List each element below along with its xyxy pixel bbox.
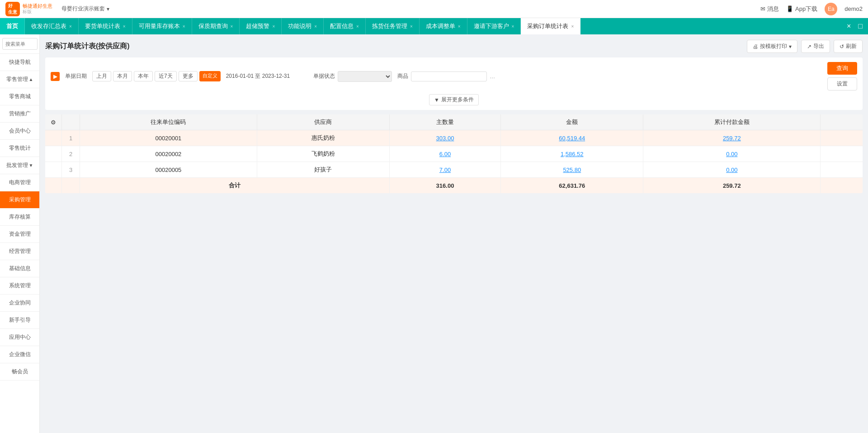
status-select[interactable]: [338, 71, 392, 82]
sidebar-item-system[interactable]: 系统管理: [0, 277, 39, 295]
refresh-icon: ↺: [840, 43, 844, 50]
goods-filter: 商品 …: [397, 71, 495, 81]
row-supplier-1: 惠氏奶粉: [257, 130, 389, 146]
dropdown-arrow-icon: ▾: [789, 43, 792, 50]
top-bar-right: ✉ 消息 📱 App下载 Ea demo2: [760, 3, 863, 15]
tab-requisition[interactable]: 要货单统计表 ×: [79, 18, 132, 34]
sidebar-item-quicknav[interactable]: 快捷导航: [0, 54, 39, 71]
tab-config[interactable]: 配置信息 ×: [324, 18, 366, 34]
settings-icon[interactable]: ⚙: [51, 119, 56, 126]
filter-toggle-btn[interactable]: ▶: [51, 72, 60, 81]
tab-picking[interactable]: 拣货任务管理 ×: [366, 18, 420, 34]
col-extra: [821, 114, 863, 130]
row-quantity-2[interactable]: 6.00: [389, 146, 500, 162]
date-btn-7days[interactable]: 近7天: [155, 71, 177, 81]
close-tab-receive[interactable]: ×: [69, 24, 72, 29]
sidebar-item-basic[interactable]: 基础信息: [0, 260, 39, 277]
tab-expiry[interactable]: 保质期查询 ×: [192, 18, 240, 34]
store-selector[interactable]: 母婴行业演示账套 ▾: [61, 5, 109, 13]
template-print-btn[interactable]: 🖨 按模板打印 ▾: [747, 40, 797, 53]
close-tab-requisition[interactable]: ×: [123, 24, 126, 29]
tab-receive[interactable]: 收发存汇总表 ×: [25, 18, 79, 34]
setting-btn[interactable]: 设置: [827, 77, 857, 90]
refresh-btn[interactable]: ↺ 刷新: [834, 40, 863, 53]
sidebar-item-operation[interactable]: 经营管理: [0, 243, 39, 260]
row-setting-cell: [45, 162, 62, 178]
footer-row: 合计 316.00 62,631.76 259.72: [45, 178, 863, 194]
date-btn-this-year[interactable]: 本年: [134, 71, 153, 81]
search-area: [0, 34, 39, 54]
sidebar-item-enterprise[interactable]: 企业协同: [0, 295, 39, 312]
tab-purchase-stat[interactable]: 采购订单统计表 ×: [521, 18, 580, 34]
app-download-btn[interactable]: 📱 App下载: [786, 5, 817, 13]
close-tab-picking[interactable]: ×: [410, 24, 413, 29]
sidebar-item-inventory[interactable]: 库存核算: [0, 209, 39, 226]
sidebar-item-retail-stat[interactable]: 零售统计: [0, 140, 39, 157]
sidebar-item-member[interactable]: 会员中心: [0, 123, 39, 140]
filter-row: ▶ 单据日期 上月 本月 本年 近7天 更多 自定义 2016-01-01 至 …: [51, 62, 857, 90]
sidebar-item-ecommerce[interactable]: 电商管理: [0, 174, 39, 191]
col-supplier: 供应商: [257, 114, 389, 130]
close-tab-function[interactable]: ×: [314, 24, 317, 29]
query-btn[interactable]: 查询: [827, 62, 857, 75]
row-amount-1[interactable]: 60,519.44: [501, 130, 643, 146]
maximize-btn[interactable]: □: [856, 22, 864, 30]
row-amount-2[interactable]: 1,586.52: [501, 146, 643, 162]
date-btn-this-month[interactable]: 本月: [113, 71, 132, 81]
search-input[interactable]: [2, 38, 38, 50]
status-label: 单据状态: [313, 72, 335, 80]
page-title: 采购订单统计表(按供应商): [45, 42, 130, 51]
sidebar-item-marketing[interactable]: 营销推广: [0, 105, 39, 123]
sidebar-item-retail-mall[interactable]: 零售商城: [0, 88, 39, 105]
sidebar-item-vip[interactable]: 畅会员: [0, 363, 39, 381]
close-tab-inventory[interactable]: ×: [183, 24, 185, 29]
col-setting[interactable]: ⚙: [45, 114, 62, 130]
sidebar-item-retail-mgmt[interactable]: 零售管理 ▲: [0, 71, 39, 88]
sidebar-item-guide[interactable]: 新手引导: [0, 312, 39, 329]
close-tab-invite[interactable]: ×: [512, 24, 514, 29]
tab-overstock[interactable]: 超储预警 ×: [240, 18, 282, 34]
export-btn[interactable]: ↗ 导出: [801, 40, 830, 53]
row-quantity-1[interactable]: 303.00: [389, 130, 500, 146]
tab-home[interactable]: 首页: [0, 18, 25, 34]
close-tab-overstock[interactable]: ×: [272, 24, 275, 29]
date-label: 单据日期: [65, 72, 87, 80]
row-paid-3[interactable]: 0.00: [643, 162, 821, 178]
logo-text: 畅捷通好生意 标版: [23, 3, 52, 14]
nav-tabs-end: × □: [845, 22, 868, 30]
message-icon: ✉: [760, 5, 765, 12]
sidebar-item-wechat[interactable]: 企业微信: [0, 346, 39, 363]
tab-invite[interactable]: 邀请下游客户 ×: [467, 18, 521, 34]
tab-cost[interactable]: 成本调整单 ×: [420, 18, 467, 34]
export-icon: ↗: [807, 43, 811, 50]
chevron-icon-2: ▼: [29, 163, 33, 168]
close-tab-cost[interactable]: ×: [458, 24, 461, 29]
sidebar-item-wholesale[interactable]: 批发管理 ▼: [0, 157, 39, 174]
sidebar-item-apps[interactable]: 应用中心: [0, 329, 39, 346]
col-quantity: 主数量: [389, 114, 500, 130]
row-setting-cell: [45, 146, 62, 162]
sidebar-item-finance[interactable]: 资金管理: [0, 226, 39, 243]
page-area: 采购订单统计表(按供应商) 🖨 按模板打印 ▾ ↗ 导出 ↺ 刷新: [40, 34, 868, 433]
date-btn-more[interactable]: 更多: [179, 71, 198, 81]
row-num-1: 1: [62, 130, 80, 146]
row-amount-3[interactable]: 525.80: [501, 162, 643, 178]
close-tab-purchase-stat[interactable]: ×: [571, 24, 574, 29]
date-btn-last-month[interactable]: 上月: [92, 71, 111, 81]
message-btn[interactable]: ✉ 消息: [760, 5, 779, 13]
row-paid-2[interactable]: 0.00: [643, 146, 821, 162]
close-tab-expiry[interactable]: ×: [231, 24, 233, 29]
table-header-row: ⚙ 往来单位编码 供应商 主数量 金额 累计付款金额: [45, 114, 863, 130]
goods-more-icon[interactable]: …: [490, 73, 495, 80]
tab-inventory[interactable]: 可用量库存账本 ×: [132, 18, 192, 34]
close-window-btn[interactable]: ×: [845, 22, 853, 30]
row-paid-1[interactable]: 259.72: [643, 130, 821, 146]
close-tab-config[interactable]: ×: [356, 24, 359, 29]
expand-icon: ▼: [434, 97, 439, 103]
row-num-2: 2: [62, 146, 80, 162]
row-quantity-3[interactable]: 7.00: [389, 162, 500, 178]
sidebar-item-purchase[interactable]: 采购管理: [0, 191, 39, 209]
tab-function[interactable]: 功能说明 ×: [282, 18, 324, 34]
goods-input[interactable]: [411, 71, 487, 81]
expand-conditions-btn[interactable]: ▼ 展开更多条件: [429, 94, 479, 105]
